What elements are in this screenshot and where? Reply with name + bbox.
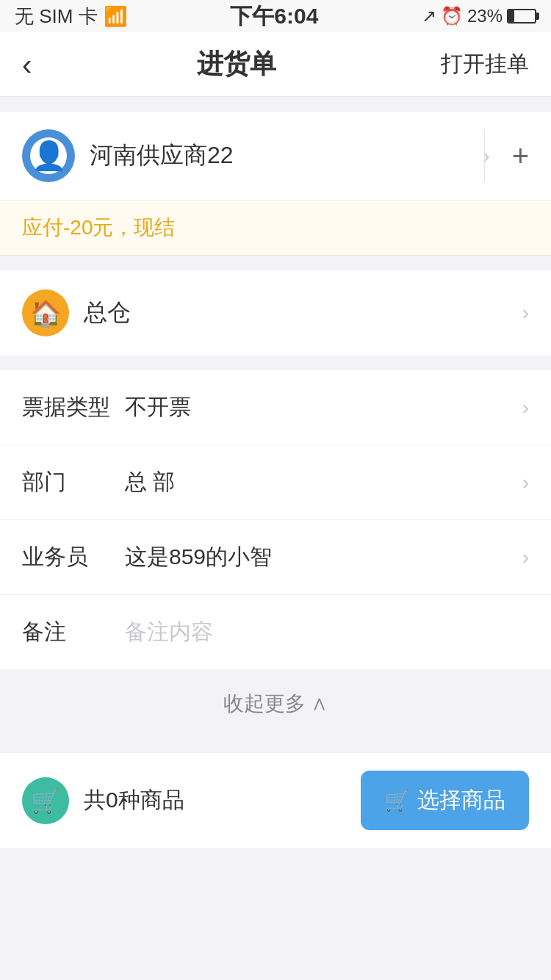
warehouse-name: 总仓: [84, 297, 522, 329]
department-label: 部门: [22, 467, 125, 497]
open-pending-button[interactable]: 打开挂单: [441, 49, 529, 79]
department-chevron-icon: ›: [522, 471, 529, 494]
salesperson-row[interactable]: 业务员 这是859的小智 ›: [0, 519, 551, 594]
status-left: 无 SIM 卡 📶: [15, 4, 127, 29]
remark-row[interactable]: 备注 备注内容: [0, 594, 551, 669]
department-value: 总 部: [125, 467, 522, 497]
salesperson-chevron-icon: ›: [522, 546, 529, 569]
bottom-section: 🛒 共0种商品 🛒 选择商品: [0, 753, 551, 848]
warehouse-row[interactable]: 🏠 总仓 ›: [0, 270, 551, 356]
supplier-avatar: 👤: [22, 129, 75, 182]
carrier-text: 无 SIM 卡: [15, 4, 98, 29]
form-section: 票据类型 不开票 › 部门 总 部 › 业务员 这是859的小智 › 备注 备注…: [0, 370, 551, 669]
back-button[interactable]: ‹: [22, 50, 32, 79]
collapse-button[interactable]: 收起更多 ∧: [0, 669, 551, 738]
salesperson-label: 业务员: [22, 542, 125, 572]
invoice-type-value: 不开票: [125, 392, 522, 422]
product-icon: 🛒: [31, 787, 60, 815]
status-time: 下午6:04: [230, 1, 318, 32]
gap-1: [0, 97, 551, 112]
add-supplier-button[interactable]: +: [512, 140, 529, 173]
gray-fill: [0, 848, 551, 980]
invoice-type-row[interactable]: 票据类型 不开票 ›: [0, 370, 551, 444]
status-right: ↗ ⏰ 23%: [422, 6, 536, 26]
supplier-divider: [484, 129, 485, 182]
location-icon: ↗: [422, 6, 436, 26]
remark-label: 备注: [22, 617, 125, 647]
product-count-label: 共0种商品: [84, 785, 346, 815]
battery-text: 23%: [467, 6, 503, 26]
battery-icon: [507, 9, 536, 24]
warehouse-icon: 🏠: [30, 300, 61, 325]
avatar-inner: 👤: [30, 137, 67, 174]
alarm-icon: ⏰: [441, 6, 463, 26]
notice-row: 应付-20元，现结: [0, 201, 551, 256]
status-bar: 无 SIM 卡 📶 下午6:04 ↗ ⏰ 23%: [0, 0, 551, 32]
remark-input[interactable]: 备注内容: [125, 617, 529, 647]
gap-4: [0, 738, 551, 753]
warehouse-icon-wrap: 🏠: [22, 289, 69, 336]
wifi-icon: 📶: [104, 5, 127, 28]
supplier-row[interactable]: 👤 河南供应商22 › +: [0, 112, 551, 201]
select-product-button[interactable]: 🛒 选择商品: [361, 771, 529, 830]
invoice-type-label: 票据类型: [22, 392, 125, 422]
nav-bar: ‹ 进货单 打开挂单: [0, 32, 551, 97]
page-title: 进货单: [197, 46, 276, 82]
salesperson-value: 这是859的小智: [125, 542, 522, 572]
gap-3: [0, 356, 551, 370]
supplier-section: 👤 河南供应商22 › + 应付-20元，现结: [0, 112, 551, 256]
warehouse-chevron-icon: ›: [522, 301, 529, 325]
supplier-name: 河南供应商22: [90, 140, 483, 172]
select-btn-label: 选择商品: [417, 785, 505, 815]
gap-2: [0, 256, 551, 270]
select-btn-icon: 🛒: [384, 788, 410, 813]
product-icon-wrap: 🛒: [22, 777, 69, 824]
warehouse-section[interactable]: 🏠 总仓 ›: [0, 270, 551, 356]
department-row[interactable]: 部门 总 部 ›: [0, 444, 551, 519]
person-icon: 👤: [32, 142, 66, 170]
invoice-type-chevron-icon: ›: [522, 396, 529, 419]
